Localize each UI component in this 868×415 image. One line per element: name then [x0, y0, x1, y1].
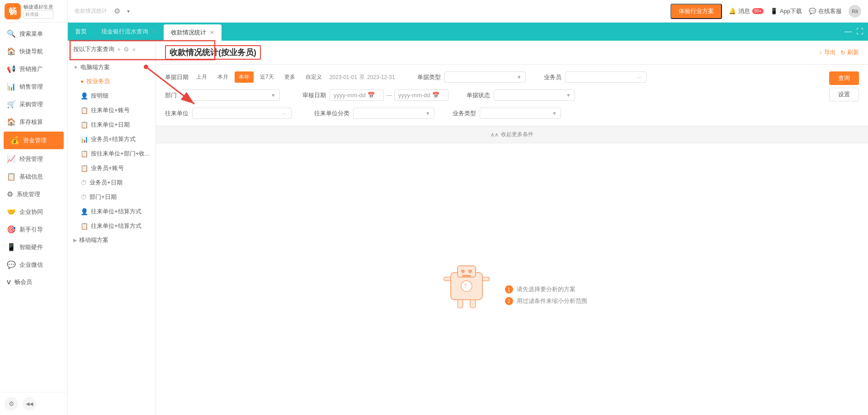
filter-partner-item: 往来单位 ···	[165, 108, 292, 119]
refresh-label: 刷新	[847, 48, 859, 57]
salesperson-select[interactable]: ···	[565, 71, 646, 83]
scheme-item-unit-date[interactable]: 📋 往来单位+日期	[68, 118, 156, 132]
sidebar-item-member[interactable]: V 畅会员	[0, 274, 67, 291]
partner-select[interactable]: ···	[192, 108, 292, 119]
svg-point-7	[468, 269, 472, 273]
doc-status-dropdown-icon: ▾	[567, 92, 570, 99]
date-buttons: 上月 本月 本年 近7天 更多 自定义	[192, 71, 326, 83]
hint-num-1: 1	[505, 285, 513, 293]
export-button[interactable]: ↑ 导出	[820, 48, 836, 57]
doc-type-select[interactable]: ▾	[444, 71, 526, 83]
scheme-group-mobile-header[interactable]: ▶ 移动端方案	[68, 233, 156, 247]
left-panel-header: 按以下方案查询 + ⚙ «	[68, 41, 156, 58]
scheme-item-label: 按往来单位+部门+收...	[91, 150, 150, 158]
scheme-item-unit-account[interactable]: 📋 往来单位+账号	[68, 103, 156, 118]
tab-maximize-icon[interactable]: ⛶	[856, 28, 863, 36]
sidebar-logo: 畅 畅捷通好生意 标准版	[0, 0, 67, 23]
approval-date-end-input[interactable]: yyyy-mm-dd 📅	[394, 90, 448, 101]
partner-category-select[interactable]: ▾	[353, 108, 434, 119]
sidebar-item-inventory[interactable]: 🏠 库存核算	[0, 113, 67, 131]
header-right: 体验行业方案 🔔 消息 99+ 📱 App下载 💬 在线客服 Rit	[670, 4, 861, 19]
empty-robot-svg: ?	[437, 250, 496, 309]
sidebar-menu: 🔍 搜索菜单 🏠 快捷导航 📢 营销推广 📊 销售管理 🛒 采购管理 🏠 库存核…	[0, 23, 67, 392]
sidebar-item-quick-nav[interactable]: 🏠 快捷导航	[0, 42, 67, 60]
tab-minimize-icon[interactable]: —	[844, 28, 852, 36]
scheme-settings-icon[interactable]: ⚙	[123, 46, 129, 53]
sidebar-item-marketing[interactable]: 📢 营销推广	[0, 60, 67, 78]
scheme-item-unit-settlement2[interactable]: 📋 往来单位+结算方式	[68, 219, 156, 233]
sidebar-item-sales[interactable]: 📊 销售管理	[0, 78, 67, 95]
collapse-panel-icon[interactable]: «	[132, 46, 136, 53]
scheme-item-by-salesperson[interactable]: ● 按业务员	[68, 74, 156, 89]
notification-icon: 🔔	[729, 8, 736, 14]
filter-salesperson-item: 业务员 ···	[544, 71, 646, 83]
tab-bank-flow-close[interactable]: ✕	[152, 28, 156, 35]
approval-date-start-input[interactable]: yyyy-mm-dd 📅	[330, 90, 384, 101]
tab-receivables-close[interactable]: ✕	[210, 29, 214, 36]
trial-button[interactable]: 体验行业方案	[670, 4, 722, 19]
header-breadcrumb: 收款情况统计	[75, 7, 107, 15]
dept-select[interactable]: ▾	[180, 90, 280, 101]
sidebar-item-search-menu[interactable]: 🔍 搜索菜单	[0, 25, 67, 42]
query-button[interactable]: 查询	[829, 71, 859, 85]
scheme-item-label: 部门+日期	[90, 193, 117, 201]
left-panel-actions: + ⚙ «	[117, 46, 136, 53]
sidebar-item-wechat[interactable]: 💬 企业微信	[0, 256, 67, 274]
doc-status-select[interactable]: ▾	[494, 90, 575, 101]
scheme-item-salesperson-settlement[interactable]: 📊 业务员+结算方式	[68, 132, 156, 146]
sidebar-item-purchase[interactable]: 🛒 采购管理	[0, 95, 67, 113]
tab-home[interactable]: 首页	[68, 23, 94, 41]
empty-hint-2: 2 用过滤条件来缩小分析范围	[505, 297, 587, 305]
add-scheme-icon[interactable]: +	[117, 46, 121, 53]
sidebar-item-label: 经营管理	[19, 155, 43, 163]
dept-dropdown-icon: ▾	[272, 92, 275, 99]
left-panel-title: 按以下方案查询	[73, 45, 114, 53]
sidebar-item-label: 销售管理	[19, 83, 43, 91]
scheme-item-salesperson-account[interactable]: 📋 业务员+账号	[68, 161, 156, 175]
svg-rect-10	[482, 277, 489, 281]
notification-button[interactable]: 🔔 消息 99+	[729, 7, 764, 15]
sidebar-settings-button[interactable]: ⚙	[5, 397, 18, 410]
more-date-button[interactable]: 更多	[280, 71, 299, 83]
scheme-item-by-detail[interactable]: 👤 按明细	[68, 89, 156, 103]
partner-category-dropdown-icon: ▾	[426, 110, 429, 117]
scheme-group-desktop-header[interactable]: ▼ 电脑端方案	[68, 61, 156, 74]
date-start: 2023-01-01	[330, 74, 357, 80]
this-month-button[interactable]: 本月	[213, 71, 232, 83]
online-support-button[interactable]: 💬 在线客服	[809, 7, 842, 15]
sidebar-item-system[interactable]: ⚙ 系统管理	[0, 185, 67, 203]
sidebar-item-smart-hardware[interactable]: 📱 智能硬件	[0, 238, 67, 256]
sidebar-item-operations[interactable]: 📈 经营管理	[0, 150, 67, 168]
sidebar-item-guide[interactable]: 🎯 新手引导	[0, 221, 67, 238]
header-dropdown-icon[interactable]: ▾	[127, 8, 130, 14]
custom-date-button[interactable]: 自定义	[302, 71, 326, 83]
app-download-button[interactable]: 📱 App下载	[770, 7, 802, 15]
sidebar-item-basic-info[interactable]: 📋 基础信息	[0, 168, 67, 185]
scheme-item-unit-dept-collection[interactable]: 📋 按往来单位+部门+收...	[68, 146, 156, 161]
tab-receivables-label: 收款情况统计	[171, 28, 206, 37]
scheme-item-unit-settlement1[interactable]: 👤 往来单位+结算方式	[68, 204, 156, 219]
this-year-button[interactable]: 本年	[235, 71, 254, 83]
svg-rect-8	[462, 275, 471, 277]
app-download-icon: 📱	[770, 8, 778, 14]
tab-bank-flow[interactable]: 现金银行流水查询 ✕	[94, 23, 164, 41]
logo-title: 畅捷通好生意	[24, 4, 53, 10]
header-settings-icon[interactable]: ⚙	[114, 7, 120, 15]
filter-partner-category-item: 往来单位分类 ▾	[314, 108, 434, 119]
filter-settings-button[interactable]: 设置	[829, 88, 859, 101]
scheme-item-salesperson-date[interactable]: ⏱ 业务员+日期	[68, 175, 156, 190]
refresh-button[interactable]: ↻ 刷新	[840, 48, 859, 57]
sidebar-item-finance[interactable]: 💰 资金管理	[4, 132, 64, 149]
last-month-button[interactable]: 上月	[192, 71, 211, 83]
app-download-label: App下载	[780, 7, 802, 15]
tab-receivables[interactable]: 收款情况统计 ✕	[164, 24, 222, 41]
user-avatar[interactable]: Rit	[849, 5, 861, 18]
operations-icon: 📈	[7, 155, 16, 163]
last-7days-button[interactable]: 近7天	[256, 71, 278, 83]
scheme-item-icon: 📋	[80, 121, 88, 128]
scheme-item-dept-date[interactable]: ⏱ 部门+日期	[68, 190, 156, 204]
sidebar-item-enterprise[interactable]: 🤝 企业协同	[0, 203, 67, 221]
business-type-select[interactable]: ▾	[480, 108, 561, 119]
sidebar-collapse-button[interactable]: ◀◀	[23, 397, 36, 410]
collapse-bar[interactable]: ∧∧ 收起更多条件	[156, 126, 868, 143]
